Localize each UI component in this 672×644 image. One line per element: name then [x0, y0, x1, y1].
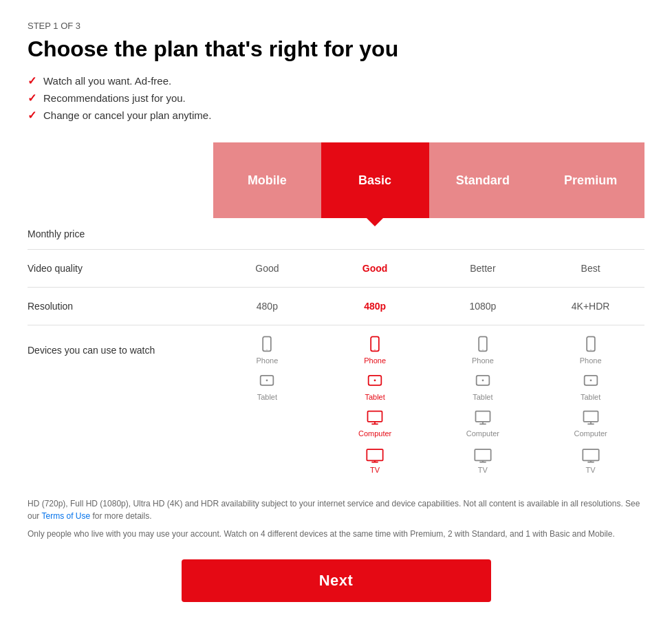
- devices-standard-col: Phone Tablet Computer TV: [429, 335, 537, 474]
- monthly-price-basic: [321, 224, 429, 244]
- monthly-price-premium: [536, 224, 644, 244]
- benefit-item-3: ✓ Change or cancel your plan anytime.: [28, 109, 644, 122]
- plan-card-standard[interactable]: Standard: [429, 142, 537, 218]
- tablet-icon-standard: [473, 372, 492, 391]
- step-label: STEP 1 OF 3: [28, 21, 644, 31]
- svg-rect-18: [475, 411, 490, 422]
- tablet-icon-mobile: [257, 372, 277, 391]
- svg-rect-28: [583, 411, 598, 422]
- premium-phone-device: Phone: [580, 335, 602, 365]
- next-button-container: Next: [28, 559, 644, 602]
- tv-icon-standard: [473, 444, 492, 464]
- phone-icon-standard: [473, 335, 492, 354]
- monthly-price-row: Monthly price: [28, 218, 644, 249]
- svg-point-3: [266, 379, 268, 381]
- tv-icon-basic: [365, 444, 384, 464]
- tablet-icon-basic: [365, 372, 384, 391]
- footer-note-1: HD (720p), Full HD (1080p), Ultra HD (4K…: [28, 497, 644, 522]
- resolution-premium: 4K+HDR: [536, 291, 644, 321]
- basic-tablet-device: Tablet: [365, 372, 384, 401]
- svg-rect-21: [475, 449, 490, 460]
- svg-rect-14: [479, 336, 487, 351]
- resolution-standard: 1080p: [429, 291, 537, 321]
- svg-point-27: [589, 379, 592, 381]
- phone-icon-premium: [581, 335, 600, 354]
- svg-rect-0: [263, 336, 272, 351]
- monthly-price-standard: [429, 224, 537, 244]
- basic-computer-device: Computer: [358, 408, 391, 438]
- check-icon-2: ✓: [28, 92, 36, 105]
- check-icon-3: ✓: [28, 109, 36, 122]
- premium-computer-device: Computer: [574, 408, 607, 438]
- tablet-icon-premium: [581, 372, 600, 391]
- footer-notes: HD (720p), Full HD (1080p), Ultra HD (4K…: [28, 497, 644, 540]
- premium-tablet-device: Tablet: [581, 372, 600, 401]
- svg-rect-4: [371, 336, 379, 351]
- monthly-price-mobile: [213, 224, 321, 244]
- svg-rect-24: [587, 336, 595, 351]
- standard-tv-device: TV: [473, 444, 492, 474]
- plan-card-mobile[interactable]: Mobile: [213, 142, 321, 218]
- terms-of-use-link[interactable]: Terms of Use: [41, 511, 90, 521]
- mobile-phone-device: Phone: [256, 335, 278, 365]
- svg-rect-11: [367, 449, 382, 460]
- plan-card-basic[interactable]: Basic: [321, 142, 429, 218]
- resolution-mobile: 480p: [213, 291, 321, 321]
- standard-tablet-device: Tablet: [473, 372, 492, 401]
- devices-label: Devices you can use to watch: [28, 335, 213, 365]
- devices-premium-col: Phone Tablet Computer TV: [536, 335, 644, 474]
- video-quality-premium: Best: [536, 253, 644, 283]
- svg-rect-8: [368, 411, 382, 422]
- computer-icon-premium: [581, 408, 600, 427]
- mobile-tablet-device: Tablet: [257, 372, 277, 401]
- video-quality-row: Video quality Good Good Better Best: [28, 249, 644, 287]
- resolution-basic: 480p: [321, 291, 429, 321]
- phone-icon-basic: [365, 335, 384, 354]
- check-icon-1: ✓: [28, 74, 36, 87]
- video-quality-standard: Better: [429, 253, 537, 283]
- premium-tv-device: TV: [581, 444, 600, 474]
- svg-point-7: [374, 379, 376, 381]
- basic-tv-device: TV: [365, 444, 384, 474]
- benefits-list: ✓ Watch all you want. Ad-free. ✓ Recomme…: [28, 74, 644, 122]
- monthly-price-label: Monthly price: [28, 219, 213, 249]
- svg-point-17: [481, 379, 484, 381]
- resolution-label: Resolution: [28, 291, 213, 321]
- plans-header-row: Mobile Basic Standard Premium: [28, 142, 644, 218]
- benefit-item-1: ✓ Watch all you want. Ad-free.: [28, 74, 644, 87]
- standard-phone-device: Phone: [472, 335, 494, 365]
- plan-card-premium[interactable]: Premium: [536, 142, 644, 218]
- devices-row: Devices you can use to watch Phone Table…: [28, 325, 644, 484]
- computer-icon-basic: [365, 408, 384, 427]
- video-quality-basic: Good: [321, 253, 429, 283]
- devices-basic-col: Phone Tablet Computer TV: [321, 335, 429, 474]
- svg-rect-31: [583, 449, 598, 460]
- phone-icon-mobile: [257, 335, 277, 354]
- standard-computer-device: Computer: [466, 408, 499, 438]
- computer-icon-standard: [473, 408, 492, 427]
- basic-phone-device: Phone: [364, 335, 386, 365]
- resolution-row: Resolution 480p 480p 1080p 4K+HDR: [28, 287, 644, 325]
- benefit-item-2: ✓ Recommendations just for you.: [28, 92, 644, 105]
- tv-icon-premium: [581, 444, 600, 464]
- video-quality-mobile: Good: [213, 253, 321, 283]
- footer-note-2: Only people who live with you may use yo…: [28, 528, 644, 540]
- devices-mobile-col: Phone Tablet: [213, 335, 321, 401]
- page-title: Choose the plan that's right for you: [28, 36, 644, 62]
- video-quality-label: Video quality: [28, 253, 213, 283]
- next-button[interactable]: Next: [182, 559, 491, 602]
